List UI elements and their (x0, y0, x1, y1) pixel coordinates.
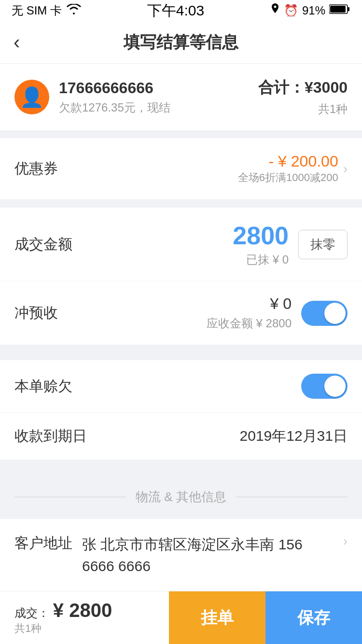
credit-toggle[interactable] (301, 374, 348, 399)
divider-1 (0, 200, 362, 208)
customer-info: 17666666666 欠款1276.35元，现结 (59, 79, 170, 115)
avatar-icon: 👤 (20, 86, 44, 109)
logistics-label: 物流 & 其他信息 (136, 489, 226, 505)
wifi-icon (67, 4, 81, 17)
status-bar: 无 SIM 卡 下午4:03 ⏰ 91% (0, 0, 362, 21)
deal-amount-value-group: 2800 已抹 ¥ 0 抹零 (233, 221, 348, 267)
address-row[interactable]: 客户地址 张 北京市市辖区海淀区永丰南 156 6666 6666 › (0, 519, 362, 591)
prepaid-row: 冲预收 ¥ 0 应收金额 ¥ 2800 (0, 281, 362, 345)
credit-section: 本单赊欠 收款到期日 2019年12月31日 (0, 360, 362, 460)
deal-amount-label: 成交金额 (14, 235, 72, 254)
prepaid-label: 冲预收 (14, 303, 58, 323)
avatar: 👤 (14, 80, 49, 114)
due-date-value: 2019年12月31日 (240, 426, 348, 446)
carrier-label: 无 SIM 卡 (12, 3, 62, 18)
bottom-summary-sub: 共1种 (14, 621, 154, 636)
location-icon (270, 3, 280, 18)
bottom-summary-label: 成交： (14, 606, 49, 619)
deal-amount-value: 2800 (233, 221, 289, 250)
divider-3 (0, 467, 362, 475)
back-button[interactable]: ‹ (14, 31, 20, 53)
deal-amount-sub: 已抹 ¥ 0 (233, 252, 289, 267)
total-amount: 合计：¥3000 (258, 77, 348, 98)
bottom-summary-amount: ¥ 2800 (53, 600, 112, 621)
credit-row: 本单赊欠 (0, 360, 362, 413)
address-chevron-icon: › (343, 533, 348, 549)
nav-bar: ‹ 填写结算等信息 (0, 21, 362, 64)
svg-rect-1 (348, 7, 349, 11)
chevron-right-icon: › (343, 161, 348, 177)
customer-info-section: 👤 17666666666 欠款1276.35元，现结 合计：¥3000 共1种 (0, 64, 362, 130)
bottom-summary-row: 成交： ¥ 2800 (14, 600, 154, 621)
due-date-row: 收款到期日 2019年12月31日 (0, 413, 362, 460)
divider-2 (0, 352, 362, 360)
prepaid-amount: ¥ 0 (207, 295, 292, 313)
logistics-header: 物流 & 其他信息 (0, 475, 362, 519)
due-date-label: 收款到期日 (14, 426, 87, 446)
hold-button[interactable]: 挂单 (169, 591, 265, 644)
coupon-desc: 全场6折满1000减200 (238, 170, 338, 185)
logistics-line-right (236, 497, 348, 497)
coupon-right: - ¥ 200.00 全场6折满1000减200 › (238, 153, 348, 185)
bottom-bar: 成交： ¥ 2800 共1种 挂单 保存 (0, 591, 362, 644)
svg-rect-2 (330, 6, 346, 13)
coupon-row[interactable]: 优惠券 - ¥ 200.00 全场6折满1000减200 › (0, 138, 362, 200)
credit-label: 本单赊欠 (14, 377, 72, 396)
prepaid-toggle[interactable] (301, 301, 348, 326)
logistics-line-left (14, 497, 126, 497)
prepaid-right: ¥ 0 应收金额 ¥ 2800 (207, 295, 292, 331)
save-button[interactable]: 保存 (265, 591, 362, 644)
prepaid-sub: 应收金额 ¥ 2800 (207, 316, 292, 331)
customer-sub: 欠款1276.35元，现结 (59, 100, 170, 115)
status-right: ⏰ 91% (270, 3, 350, 18)
page-title: 填写结算等信息 (124, 31, 238, 54)
battery-icon (329, 4, 350, 17)
status-left: 无 SIM 卡 (12, 3, 81, 18)
battery-label: 91% (302, 4, 325, 17)
status-time: 下午4:03 (147, 1, 204, 21)
address-value: 张 北京市市辖区海淀区永丰南 156 6666 6666 (82, 533, 338, 577)
alarm-icon: ⏰ (284, 4, 298, 17)
customer-right: 合计：¥3000 共1种 (258, 77, 348, 117)
total-sub: 共1种 (258, 101, 348, 117)
address-label: 客户地址 (14, 533, 72, 553)
round-zero-button[interactable]: 抹零 (298, 230, 348, 259)
coupon-discount: - ¥ 200.00 (238, 153, 338, 170)
customer-left: 👤 17666666666 欠款1276.35元，现结 (14, 79, 170, 115)
deal-amount-row: 成交金额 2800 已抹 ¥ 0 抹零 (0, 208, 362, 281)
customer-row: 👤 17666666666 欠款1276.35元，现结 合计：¥3000 共1种 (14, 77, 348, 117)
customer-phone: 17666666666 (59, 79, 170, 97)
coupon-label: 优惠券 (14, 159, 58, 179)
bottom-summary: 成交： ¥ 2800 共1种 (0, 600, 169, 636)
deal-section: 成交金额 2800 已抹 ¥ 0 抹零 冲预收 ¥ 0 应收金额 ¥ 2800 (0, 208, 362, 345)
